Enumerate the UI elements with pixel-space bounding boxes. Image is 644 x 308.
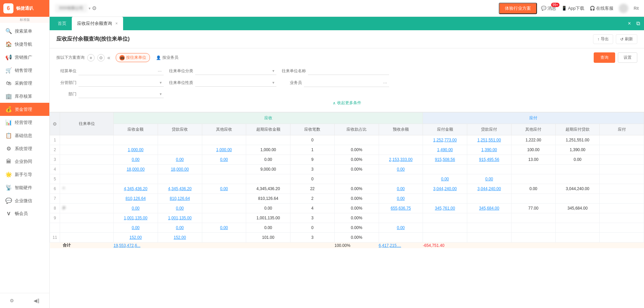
refresh-button[interactable]: ↺ 刷新 [616, 34, 637, 44]
filter-by-partner[interactable]: 💼 按往来单位 [116, 53, 150, 62]
sidebar-item-marketing[interactable]: 📢 营销推广 [0, 51, 49, 64]
table-cell [379, 174, 423, 184]
export-button[interactable]: ↑ 导出 [593, 34, 613, 44]
sidebar-item-inventory[interactable]: 🏢 库存核算 [0, 90, 49, 103]
col-other-recv: 其他应收 [202, 124, 246, 135]
sidebar-collapse-button[interactable]: ◀‖ [30, 296, 44, 305]
field-settlement-unit: 结算单位 ··· [56, 67, 164, 75]
sidebar-item-wechat[interactable]: 💬 企业微信 [0, 194, 49, 207]
sidebar-item-system[interactable]: ⚙ 系统管理 [0, 142, 49, 155]
table-cell: 0.00% [334, 204, 379, 213]
query-button[interactable]: 查询 [594, 52, 615, 63]
message-badge: 99+ [551, 3, 559, 7]
sidebar-item-corp[interactable]: 🏛 企业协同 [0, 155, 49, 168]
table-cell: 1 [50, 135, 60, 145]
breadcrumb-dropdown[interactable]: ▾ [89, 6, 91, 11]
table-cell [511, 213, 555, 223]
field-partner-category: 往来单位分类 ▾ [169, 67, 276, 75]
table-cell: 0 [290, 223, 335, 233]
col-settings: ⚙ [50, 113, 60, 135]
table-cell [202, 174, 246, 184]
table-cell: 0.00 [202, 223, 246, 233]
table-cell [246, 174, 290, 184]
table-cell: 1,001,135.00 [114, 213, 158, 223]
table-cell: 5 [50, 174, 60, 184]
message-button[interactable]: 💬 消息 99+ [541, 5, 556, 11]
table-cell: 100.00 [511, 145, 555, 155]
table-cell: 2,153,333.00 [379, 155, 423, 165]
tab-receivable-query[interactable]: 应收应付余额查询 × [72, 17, 123, 30]
setting-button[interactable]: 设置 [618, 52, 637, 63]
table-cell: 0.00 [202, 184, 246, 194]
app-download-link[interactable]: 📱 App下载 [561, 5, 584, 11]
table-cell [467, 213, 512, 223]
table-cell: 0.00 [158, 204, 202, 213]
user-avatar[interactable] [619, 4, 628, 13]
col-receivable: 应收金额 [114, 124, 158, 135]
sidebar-item-guide[interactable]: 🌟 新手引导 [0, 168, 49, 181]
settlement-unit-dots[interactable]: ··· [158, 68, 162, 74]
settlement-unit-label: 结算单位 [56, 68, 76, 74]
table-cell: 0 [290, 174, 335, 184]
sidebar-item-member[interactable]: V 畅会员 [0, 207, 49, 220]
table-cell: 1,490.00 [423, 145, 467, 155]
col-other-pay: 其他应付 [511, 124, 555, 135]
table-row: 11152.00152.00101.0030.00% [50, 233, 644, 243]
header-settings-icon[interactable]: ⚙ [92, 5, 97, 11]
col-loan-pay: 贷款应付 [467, 124, 512, 135]
salesperson-dots[interactable]: ··· [383, 80, 387, 85]
tab-fullscreen-button[interactable]: ⧉ [635, 19, 641, 28]
top-header: XXX有限公司 ▾ ⚙ 体验行业方案 💬 消息 99+ 📱 App下载 🎧 在线… [50, 0, 644, 17]
partner-category-select[interactable]: ▾ [195, 67, 276, 75]
sidebar-item-baseinfo[interactable]: 📋 基础信息 [0, 129, 49, 142]
sidebar-item-quicknav[interactable]: 🏠 快捷导航 [0, 38, 49, 51]
table-cell [555, 223, 600, 233]
table-cell: 18,000.00 [158, 165, 202, 174]
tab-close-icon[interactable]: × [115, 21, 118, 26]
filter-area: 按以下方案查询 + ⊙ « 💼 按往来单位 👤 按业务员 查询 设置 [50, 48, 644, 112]
table-cell [60, 213, 114, 223]
system-icon: ⚙ [5, 145, 12, 152]
sidebar-settings-button[interactable]: ⚙ [6, 296, 18, 305]
partner-nature-select[interactable]: ▾ [195, 79, 276, 87]
table-settings-icon[interactable]: ⚙ [53, 121, 57, 127]
table-cell [334, 174, 379, 184]
sidebar-item-search[interactable]: 🔍 搜索菜单 [0, 25, 49, 38]
guide-icon: 🌟 [5, 171, 12, 178]
sidebar-item-finance[interactable]: 💰 资金管理 [0, 103, 49, 116]
col-ap-balance: 应付 [600, 124, 644, 135]
sidebar-item-hardware[interactable]: 📡 智能硬件 [0, 181, 49, 194]
total-prepay: 6,417,215.... [379, 243, 423, 249]
dept-manager-select[interactable]: ▾ [78, 79, 164, 87]
table-row: 0.000.000.000.0000.00%0.00 [50, 223, 644, 233]
table-cell: 1,251,551.00 [467, 135, 512, 145]
filter-schema-button[interactable]: ⊙ [97, 54, 105, 61]
sidebar-item-operation[interactable]: 📊 经营管理 [0, 116, 49, 129]
online-service-link[interactable]: 🎧 在线客服 [590, 5, 613, 11]
salesperson-input[interactable]: ··· [304, 79, 389, 87]
partner-nature-label: 往来单位性质 [169, 80, 193, 86]
filter-collapse-button[interactable]: « [107, 55, 110, 61]
table-cell [511, 165, 555, 174]
table-cell: 0.00 [158, 155, 202, 165]
promo-button[interactable]: 体验行业方案 [499, 3, 537, 14]
filter-add-button[interactable]: + [87, 54, 95, 61]
filter-by-staff[interactable]: 👤 按业务员 [153, 53, 182, 62]
table-cell [60, 223, 114, 233]
app-icon: 📱 [561, 6, 567, 11]
partner-name-input[interactable] [308, 67, 389, 75]
sidebar-item-purchase[interactable]: 🛍 采购管理 [0, 77, 49, 90]
table-cell: 152.00 [114, 233, 158, 243]
table-cell: 2 [50, 145, 60, 155]
table-cell [600, 145, 644, 155]
table-cell: 0.00 [114, 204, 158, 213]
filter-collapse-more[interactable]: ∧ 收起更多条件 [56, 98, 637, 108]
table-cell: 0.00 [246, 223, 290, 233]
sidebar-item-sales[interactable]: 🛒 销售管理 [0, 64, 49, 77]
settlement-unit-input[interactable]: ··· [78, 67, 164, 75]
tab-close-window-button[interactable]: × [627, 19, 632, 28]
department-select[interactable]: ▾ [78, 90, 164, 98]
table-cell: 152.00 [158, 233, 202, 243]
table-cell: 0.00 [379, 184, 423, 194]
tab-home[interactable]: 首页 [52, 17, 72, 30]
